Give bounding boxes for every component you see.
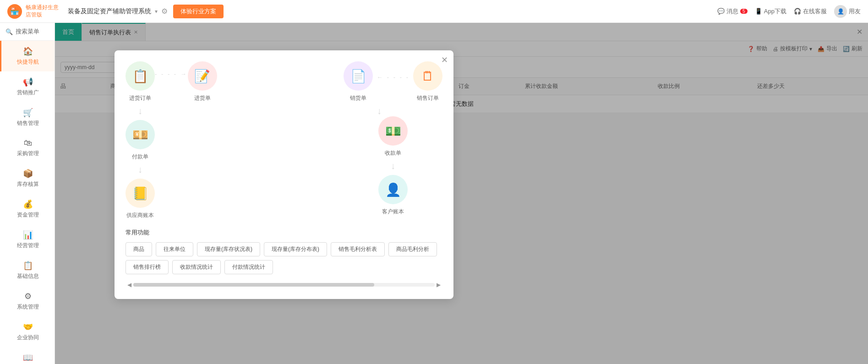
dropdown-arrow-icon[interactable]: ▾ — [155, 8, 158, 15]
sidebar-item-quick-nav[interactable]: 🏠 快捷导航 — [0, 41, 55, 71]
settings-icon[interactable]: ⚙ — [161, 7, 168, 16]
sidebar-item-inventory[interactable]: 📦 库存核算 — [0, 163, 55, 194]
logo-area: 🏪 畅康通好生意 店管版 — [7, 4, 62, 19]
arrow-down-2: ↓ — [138, 164, 142, 175]
phone-icon: 📱 — [755, 8, 762, 15]
function-buttons-row1: 商品 往来单位 现存量(库存状况表) 现存量(库存分布表) 销售毛利分析表 商品… — [126, 242, 442, 256]
purchase-bill-node: 📝 进货单 — [188, 61, 217, 102]
finance-icon: 💰 — [23, 199, 33, 209]
message-icon: 💬 — [717, 8, 725, 15]
supplier-account-label: 供应商账本 — [126, 212, 154, 219]
home-icon: 🏠 — [23, 46, 33, 56]
app-download-btn[interactable]: 📱 App下载 — [755, 7, 786, 16]
experience-btn[interactable]: 体验行业方案 — [173, 5, 224, 18]
sales-order-label: 销售订单 — [417, 94, 439, 102]
message-btn[interactable]: 💬 消息 5 — [717, 7, 748, 16]
sidebar-item-label: 系统管理 — [17, 303, 39, 311]
sales-bill-node: 📄 销货单 — [344, 61, 373, 102]
sales-order-node: 🗒 销售订单 — [413, 61, 442, 102]
scroll-left-icon[interactable]: ◀ — [126, 282, 133, 288]
arrow-down-receipt: ↓ — [391, 161, 395, 171]
receipt-bill-label: 收款单 — [385, 149, 401, 157]
func-btn-sales-rank[interactable]: 销售排行榜 — [126, 260, 169, 274]
payment-bill-node: 💴 付款单 — [126, 120, 155, 161]
supplier-account-icon: 📒 — [126, 179, 155, 208]
func-btn-payment-stats[interactable]: 付款情况统计 — [224, 260, 273, 274]
sidebar-item-purchase[interactable]: 🛍 采购管理 — [0, 133, 55, 163]
func-btn-sales-margin[interactable]: 销售毛利分析表 — [331, 242, 385, 256]
user-area[interactable]: 👤 用友 — [834, 5, 861, 18]
scroll-right-icon[interactable]: ▶ — [435, 282, 442, 288]
sales-bill-icon: 📄 — [344, 61, 373, 91]
func-btn-stock-dist[interactable]: 现存量(库存分布表) — [264, 242, 327, 256]
headset-icon: 🎧 — [794, 8, 801, 15]
sidebar-item-basic[interactable]: 📋 基础信息 — [0, 255, 55, 286]
purchase-bill-icon: 📝 — [188, 61, 217, 91]
arrow-down-1: ↓ — [138, 106, 142, 116]
sales-icon: 🛒 — [23, 108, 33, 118]
common-functions: 常用功能 商品 往来单位 现存量(库存状况表) 现存量(库存分布表) 销售毛利分… — [126, 228, 442, 274]
func-btn-counterparty[interactable]: 往来单位 — [156, 242, 193, 256]
operations-icon: 📊 — [23, 230, 33, 240]
enterprise-icon: 🤝 — [23, 322, 33, 332]
payment-bill-label: 付款单 — [132, 153, 148, 161]
customer-account-label: 客户账本 — [382, 208, 404, 216]
sidebar-item-system[interactable]: ⚙ 系统管理 — [0, 286, 55, 316]
sidebar-item-label: 资金管理 — [17, 211, 39, 219]
sidebar-item-marketing[interactable]: 📢 营销推广 — [0, 71, 55, 102]
sidebar-search[interactable]: 🔍 搜索菜单 — [0, 23, 55, 41]
sidebar-item-operations[interactable]: 📊 经营管理 — [0, 224, 55, 255]
function-buttons-row2: 销售排行榜 收款情况统计 付款情况统计 — [126, 260, 442, 274]
top-header: 🏪 畅康通好生意 店管版 装备及固定资产辅助管理系统 ▾ ⚙ 体验行业方案 💬 … — [0, 0, 868, 23]
sidebar-item-label: 库存核算 — [17, 180, 39, 188]
scrollbar-thumb[interactable] — [133, 283, 374, 287]
sidebar-item-label: 采购管理 — [17, 150, 39, 158]
sidebar-item-label: 营销推广 — [17, 89, 39, 97]
customer-account-node: 👤 客户账本 — [378, 175, 408, 216]
func-btn-product-margin[interactable]: 商品毛利分析 — [388, 242, 437, 256]
logo-icon: 🏪 — [7, 4, 22, 19]
sidebar-item-label: 企业协同 — [17, 334, 39, 342]
system-title-area: 装备及固定资产辅助管理系统 ▾ ⚙ — [68, 7, 168, 16]
payment-bill-icon: 💴 — [126, 120, 155, 149]
scrollbar-track[interactable] — [133, 283, 435, 287]
sidebar-item-label: 经营管理 — [17, 242, 39, 250]
supplier-account-node: 📒 供应商账本 — [126, 179, 155, 219]
sidebar-item-sales[interactable]: 🛒 销售管理 — [0, 102, 55, 133]
header-actions: 💬 消息 5 📱 App下载 🎧 在线客服 👤 用友 — [717, 5, 861, 18]
marketing-icon: 📢 — [23, 77, 33, 87]
func-btn-products[interactable]: 商品 — [126, 242, 152, 256]
purchase-order-label: 进货订单 — [129, 94, 151, 102]
system-title: 装备及固定资产辅助管理系统 — [68, 7, 151, 16]
purchase-order-node: 📋 进货订单 — [126, 61, 155, 102]
newbie-icon: 📖 — [23, 353, 33, 363]
user-avatar: 👤 — [834, 5, 847, 18]
sidebar-item-enterprise[interactable]: 🤝 企业协同 — [0, 316, 55, 347]
search-icon: 🔍 — [5, 28, 13, 35]
sidebar-item-newbie[interactable]: 📖 新手引导 — [0, 347, 55, 364]
main-content: 首页 销售订单执行表 ✕ ✕ ❓ 帮助 🖨 按模板打印 ▾ 📤 导出 — [55, 23, 868, 364]
sidebar-item-label: 快捷导航 — [17, 58, 39, 66]
sales-bill-label: 销货单 — [350, 94, 366, 102]
basic-icon: 📋 — [23, 261, 33, 271]
receipt-bill-icon: 💵 — [378, 116, 408, 146]
layout: 🔍 搜索菜单 🏠 快捷导航 📢 营销推广 🛒 销售管理 🛍 采购管理 📦 库存核… — [0, 23, 868, 364]
sidebar: 🔍 搜索菜单 🏠 快捷导航 📢 营销推广 🛒 销售管理 🛍 采购管理 📦 库存核… — [0, 23, 55, 364]
online-service-btn[interactable]: 🎧 在线客服 — [794, 7, 827, 16]
sidebar-item-finance[interactable]: 💰 资金管理 — [0, 194, 55, 224]
purchase-order-icon: 📋 — [126, 61, 155, 91]
sidebar-item-label: 销售管理 — [17, 120, 39, 127]
message-label: 消息 — [726, 7, 738, 16]
modal-scrollbar: ◀ ▶ — [126, 282, 442, 288]
func-btn-stock-status[interactable]: 现存量(库存状况表) — [197, 242, 260, 256]
purchase-bill-label: 进货单 — [194, 94, 211, 102]
user-label: 用友 — [849, 7, 861, 16]
customer-account-icon: 👤 — [378, 175, 408, 204]
arrow-down-sales-bill: ↓ — [377, 106, 382, 116]
receipt-bill-node: 💵 收款单 — [378, 116, 408, 157]
modal-popup: ✕ 📋 进货订单 ↓ 💴 付款单 ↓ 📒 — [115, 50, 453, 299]
sales-order-icon: 🗒 — [413, 61, 442, 91]
func-btn-receipt-stats[interactable]: 收款情况统计 — [172, 260, 221, 274]
modal-close-btn[interactable]: ✕ — [441, 56, 448, 64]
inventory-icon: 📦 — [23, 168, 33, 179]
